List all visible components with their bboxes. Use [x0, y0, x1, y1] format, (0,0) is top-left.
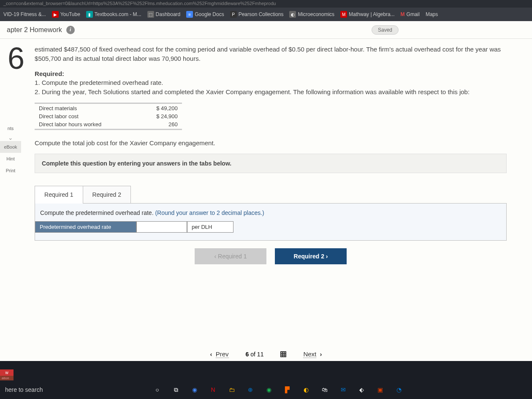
rate-label: Predetermined overhead rate [35, 221, 136, 233]
saved-indicator: Saved [372, 25, 399, 35]
collapse-icon[interactable]: ⌄ [0, 134, 21, 141]
table-row: Direct labor cost$ 24,900 [35, 113, 181, 120]
sidebar-hint[interactable]: Hint [0, 153, 21, 165]
question-number: 6 [0, 39, 35, 351]
url-fragment: _con=con&external_browser=0&launchUrl=ht… [0, 0, 532, 8]
bookmark-gdocs[interactable]: ≡Google Docs [186, 11, 224, 18]
compute-instruction: Compute the total job cost for the Xavie… [35, 138, 507, 148]
bookmark-dashboard[interactable]: ⬚Dashboard [147, 11, 181, 18]
taskbar-search[interactable]: here to search [5, 386, 43, 393]
dropbox-icon[interactable]: ⬖ [356, 384, 367, 395]
bookmark-mathway[interactable]: MMathway | Algebra... [340, 11, 395, 18]
sidebar-ebook[interactable]: eBook [0, 141, 21, 153]
edge2-icon[interactable]: ◔ [394, 384, 404, 395]
rate-row: Predetermined overhead rate per DLH [35, 221, 506, 233]
sidebar-print[interactable]: Print [0, 165, 21, 176]
rate-input[interactable] [136, 221, 187, 233]
textbooks-icon: ▮ [86, 11, 93, 18]
tools-sidebar: nts ⌄ eBook Hint Print [0, 122, 21, 176]
question-content: 6 nts ⌄ eBook Hint Print estimated $487,… [0, 39, 532, 351]
info-icon[interactable]: i [66, 26, 75, 34]
bookmark-youtube[interactable]: ▶YouTube [52, 11, 80, 18]
youtube-icon: ▶ [52, 11, 59, 18]
office-icon[interactable]: ▣ [375, 384, 386, 395]
mathway-icon: M [340, 11, 347, 18]
instruction-banner: Complete this question by entering your … [35, 154, 507, 173]
edge-tab-ation[interactable]: ation [0, 376, 14, 380]
bookmark-maps[interactable]: Maps [426, 11, 438, 17]
rate-unit: per DLH [187, 221, 233, 233]
bookmark-covid[interactable]: VID-19 Fitness &... [3, 11, 46, 17]
tab-panel: Compute the predetermined overhead rate.… [35, 203, 507, 241]
tab-instruction: Compute the predetermined overhead rate.… [35, 209, 506, 221]
assignment-title: apter 2 Homework [7, 26, 62, 34]
assignment-header: apter 2 Homework i Saved [0, 21, 532, 39]
problem-intro: estimated $487,500 of fixed overhead cos… [35, 45, 507, 63]
edge-tab-w[interactable]: w [0, 369, 14, 376]
gdocs-icon: ≡ [186, 11, 193, 18]
bookmark-textbooks[interactable]: ▮Textbooks.com - M... [86, 11, 141, 18]
micro-icon: ◐ [289, 11, 296, 18]
store-icon[interactable]: 🛍 [319, 384, 330, 395]
tab-required-1[interactable]: Required 1 [35, 186, 83, 204]
tips-icon[interactable]: ◐ [301, 384, 312, 395]
question-pager: ‹ Prev 6 of 11 Next › [0, 347, 532, 361]
bookmark-pearson[interactable]: PPearson Collections [230, 11, 284, 18]
prev-required-button: ‹ Required 1 [195, 248, 266, 264]
dashboard-icon: ⬚ [147, 11, 154, 18]
bookmarks-bar: VID-19 Fitness &... ▶YouTube ▮Textbooks.… [0, 8, 532, 21]
chrome-icon[interactable]: ◉ [189, 384, 200, 395]
windows-taskbar: here to search ○ ⧉ ◉ N 🗀 ⊕ ◉ ▛ ◐ 🛍 ✉ ⬖ ▣… [0, 380, 532, 399]
table-row: Direct materials$ 49,200 [35, 105, 181, 112]
job-data-table: Direct materials$ 49,200 Direct labor co… [35, 103, 182, 130]
sidebar-nts[interactable]: nts [0, 122, 21, 134]
bookmark-micro[interactable]: ◐Microeconomics [289, 11, 334, 18]
mail-icon[interactable]: ✉ [338, 384, 349, 395]
taskview-icon[interactable]: ⧉ [171, 384, 182, 395]
grid-icon[interactable] [280, 351, 286, 357]
spotify-icon[interactable]: ◉ [263, 384, 274, 395]
bookmark-gmail[interactable]: M Gmail [401, 11, 420, 17]
app-icon[interactable]: N [208, 384, 219, 395]
required-block: Required: 1. Compute the predetermined o… [35, 69, 507, 97]
explorer-icon[interactable]: 🗀 [226, 384, 237, 395]
edge-icon[interactable]: ⊕ [245, 384, 256, 395]
app2-icon[interactable]: ▛ [282, 384, 293, 395]
pager-position: 6 of 11 [246, 351, 264, 358]
table-row: Direct labor hours worked260 [35, 121, 181, 128]
next-required-button[interactable]: Required 2 › [275, 248, 347, 264]
pager-prev[interactable]: ‹ Prev [210, 350, 228, 358]
cortana-icon[interactable]: ○ [152, 384, 163, 395]
left-edge-tabs: w ation [0, 369, 14, 380]
answer-tabs: Required 1 Required 2 [35, 186, 507, 204]
tab-nav-buttons: ‹ Required 1 Required 2 › [35, 241, 507, 272]
pearson-icon: P [230, 11, 237, 18]
tab-required-2[interactable]: Required 2 [83, 186, 131, 204]
pager-next[interactable]: Next › [303, 350, 322, 358]
